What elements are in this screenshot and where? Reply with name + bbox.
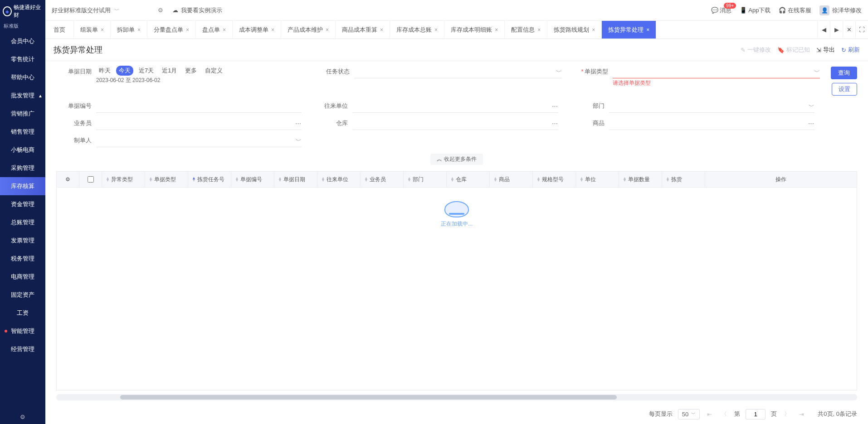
close-icon[interactable]: × <box>537 27 541 33</box>
docno-input[interactable] <box>96 100 302 113</box>
tabs-prev-button[interactable]: ◀ <box>817 21 830 39</box>
select-all-checkbox[interactable] <box>79 172 102 187</box>
column-header[interactable]: ▲▼业务员 <box>361 172 404 187</box>
last-page-button[interactable]: ⇥ <box>797 411 806 418</box>
collapse-filters-button[interactable]: ︽ 收起更多条件 <box>430 154 483 165</box>
sidebar-item[interactable]: 批发管理▲ <box>0 87 45 105</box>
env-selector[interactable]: 好业财标准版交付试用 ﹀ <box>52 6 156 14</box>
sidebar-item[interactable]: 税务管理 <box>0 250 45 268</box>
creator-select[interactable]: ﹀ <box>96 135 302 147</box>
date-option[interactable]: 近7天 <box>136 66 156 76</box>
per-page-select[interactable]: 50 ﹀ <box>678 409 700 419</box>
sidebar-item[interactable]: 工资 <box>0 304 45 322</box>
tab[interactable]: 库存成本明细账× <box>444 21 505 39</box>
close-icon[interactable]: × <box>495 27 498 33</box>
gear-icon[interactable]: ⚙ <box>158 7 163 14</box>
date-option[interactable]: 今天 <box>116 66 133 76</box>
service-link[interactable]: 🎧 在线客服 <box>779 6 811 14</box>
close-icon[interactable]: × <box>271 27 274 33</box>
fullscreen-button[interactable]: ⛶ <box>855 21 868 39</box>
tabs-close-button[interactable]: ✕ <box>843 21 855 39</box>
sidebar-item[interactable]: 小畅电商 <box>0 141 45 159</box>
tab[interactable]: 成本调整单× <box>233 21 281 39</box>
prev-page-button[interactable]: 〈 <box>719 410 729 418</box>
sidebar-item[interactable]: 销售管理 <box>0 123 45 141</box>
sidebar-item[interactable]: 发票管理 <box>0 231 45 250</box>
message-link[interactable]: 💬 消息 99+ <box>711 6 732 14</box>
user-menu[interactable]: 👤 徐泽华修改 <box>819 5 862 15</box>
tab[interactable]: 拣货路线规划× <box>547 21 602 39</box>
close-icon[interactable]: × <box>326 27 329 33</box>
sidebar-item[interactable]: 采购管理 <box>0 159 45 177</box>
column-header[interactable]: ▲▼拣货 <box>662 172 705 187</box>
next-page-button[interactable]: 〉 <box>782 410 792 418</box>
column-header[interactable]: ▲▼单据日期 <box>274 172 317 187</box>
column-header[interactable]: ▲▼商品 <box>490 172 533 187</box>
close-icon[interactable]: × <box>186 27 189 33</box>
tabs-next-button[interactable]: ▶ <box>830 21 843 39</box>
close-icon[interactable]: × <box>434 27 438 33</box>
mark-known-button[interactable]: 🔖 标记已知 <box>777 46 810 54</box>
table-settings-button[interactable]: ⚙ <box>57 172 79 187</box>
tab[interactable]: 分量盘点单× <box>147 21 196 39</box>
close-icon[interactable]: × <box>646 27 649 33</box>
column-header[interactable]: ▲▼单据类型 <box>145 172 188 187</box>
column-header[interactable]: ▲▼单位 <box>576 172 619 187</box>
sidebar-item[interactable]: 总账管理 <box>0 213 45 231</box>
sidebar-item[interactable]: 会员中心 <box>0 32 45 50</box>
sidebar-item[interactable]: 电商管理 <box>0 268 45 286</box>
settings-button[interactable]: 设置 <box>832 83 857 96</box>
demo-link[interactable]: ☁ 我要看实例演示 <box>172 6 222 14</box>
column-header[interactable]: ▲▼拣货任务号 <box>188 172 231 187</box>
tab[interactable]: 拆卸单× <box>111 21 147 39</box>
column-header[interactable]: ▲▼规格型号 <box>533 172 576 187</box>
date-option[interactable]: 自定义 <box>202 66 225 76</box>
export-button[interactable]: ⇲ 导出 <box>816 46 835 54</box>
task-status-select[interactable]: ﹀ <box>354 66 561 78</box>
tab[interactable]: 库存成本总账× <box>390 21 444 39</box>
tab-home[interactable]: 首页 <box>45 21 74 39</box>
tab[interactable]: 组装单× <box>74 21 111 39</box>
tab[interactable]: 配置信息× <box>505 21 547 39</box>
date-option[interactable]: 近1月 <box>159 66 180 76</box>
close-icon[interactable]: × <box>380 27 383 33</box>
close-icon[interactable]: × <box>223 27 226 33</box>
doctype-select[interactable]: ﹀ <box>613 66 820 78</box>
date-option[interactable]: 更多 <box>182 66 200 76</box>
sidebar-item[interactable]: 库存核算 <box>0 177 45 195</box>
query-button[interactable]: 查询 <box>831 67 857 79</box>
page-input[interactable] <box>746 409 766 419</box>
column-header[interactable]: ▲▼部门 <box>404 172 447 187</box>
tab[interactable]: 盘点单× <box>196 21 233 39</box>
dept-select[interactable]: ﹀ <box>609 100 814 113</box>
partner-input[interactable]: ⋯ <box>352 100 558 113</box>
tab[interactable]: 商品成本重算× <box>336 21 390 39</box>
salesman-input[interactable]: ⋯ <box>96 117 302 130</box>
date-option[interactable]: 昨天 <box>96 66 113 76</box>
tab[interactable]: 产品成本维护× <box>281 21 336 39</box>
column-header[interactable]: ▲▼异常类型 <box>102 172 145 187</box>
sidebar-settings-icon[interactable]: ⚙ <box>0 410 45 424</box>
column-header[interactable]: ▲▼单据编号 <box>231 172 274 187</box>
column-header[interactable]: ▲▼往来单位 <box>317 172 361 187</box>
sidebar-item[interactable]: 固定资产 <box>0 286 45 304</box>
sidebar-item[interactable]: 零售统计 <box>0 50 45 68</box>
product-input[interactable]: ⋯ <box>609 117 814 130</box>
sidebar-item[interactable]: 智能管理 <box>0 322 45 340</box>
batch-modify-button[interactable]: ✎ 一键修改 <box>741 46 771 54</box>
close-icon[interactable]: × <box>592 27 595 33</box>
download-link[interactable]: 📱 App下载 <box>740 6 770 14</box>
sidebar-item[interactable]: 帮助中心 <box>0 68 45 87</box>
warehouse-input[interactable]: ⋯ <box>352 117 558 130</box>
horizontal-scrollbar[interactable] <box>56 394 857 400</box>
refresh-button[interactable]: ↻ 刷新 <box>841 46 860 54</box>
close-icon[interactable]: × <box>137 27 141 33</box>
sidebar-item[interactable]: 资金管理 <box>0 195 45 213</box>
sidebar-item[interactable]: 营销推广 <box>0 105 45 123</box>
tab[interactable]: 拣货异常处理× <box>602 21 656 39</box>
column-header[interactable]: ▲▼单据数量 <box>619 172 662 187</box>
column-header[interactable]: ▲▼仓库 <box>447 172 490 187</box>
sidebar-item[interactable]: 经营管理 <box>0 340 45 358</box>
first-page-button[interactable]: ⇤ <box>705 411 714 418</box>
close-icon[interactable]: × <box>101 27 104 33</box>
